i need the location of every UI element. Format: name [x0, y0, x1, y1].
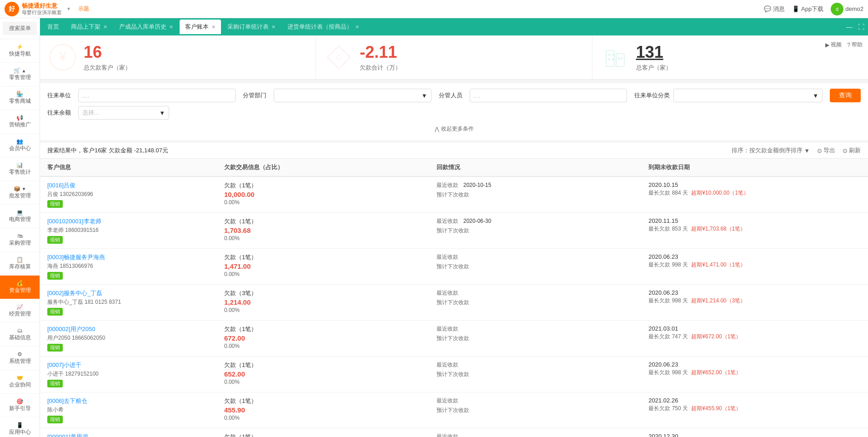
- filter-dept-select[interactable]: ▼: [274, 89, 431, 102]
- overdue-link[interactable]: 超期¥1,703.68（1笔）: [691, 226, 746, 232]
- debt-info-cell: 欠款（1笔） 1,703.68 0.00%: [224, 217, 437, 241]
- customer-tag: 现销: [47, 344, 63, 352]
- tab-customer-account-close[interactable]: ✕: [211, 24, 216, 30]
- user-avatar-area[interactable]: d demo2: [831, 3, 863, 15]
- debt-amount[interactable]: 1,214.00: [224, 298, 437, 306]
- overdue-link[interactable]: 超期¥10,000.00（1笔）: [691, 190, 749, 196]
- filter-balance: 往来余额 选择... ▼: [47, 106, 861, 120]
- customer-name-link[interactable]: [0002]服务中心_丁磊: [47, 289, 224, 297]
- svg-rect-9: [612, 54, 614, 56]
- repay-next-label: 预计下次收款: [437, 191, 649, 199]
- overdue-link[interactable]: 超期¥455.90（1笔）: [691, 405, 741, 412]
- results-debt-label2: 欠款金额: [109, 147, 132, 154]
- tab-home[interactable]: 首页: [42, 20, 65, 34]
- customer-name-link[interactable]: [0003]畅捷服务尹海燕: [47, 253, 224, 261]
- debt-amount[interactable]: 1,703.68: [224, 226, 437, 234]
- overdue-days: 最长欠款 747 天 超期¥672.00（1笔）: [648, 333, 861, 341]
- customer-name-link[interactable]: [0006]去下粮仓: [47, 397, 224, 405]
- sidebar-item-member[interactable]: 👥 会员中心: [0, 134, 40, 157]
- filter-customer-unit-input[interactable]: ...: [78, 89, 236, 102]
- customer-name-link[interactable]: [000002]用户2050: [47, 325, 224, 333]
- sidebar-item-purchase[interactable]: 🛍 采购管理: [0, 228, 40, 252]
- filter-unit-class-select[interactable]: ▼: [673, 89, 823, 102]
- app-download-btn[interactable]: 📱 App下载: [792, 5, 823, 13]
- sidebar-item-app-center[interactable]: 📱 应用中心: [0, 417, 40, 437]
- customer-info-cell: [0006]去下粮仓 陈小希 现销: [47, 397, 224, 423]
- sidebar-item-retail-mall[interactable]: 🏪 零售商城: [0, 86, 40, 110]
- filter-balance-select[interactable]: 选择... ▼: [78, 106, 169, 120]
- sidebar-search-btn[interactable]: 搜索菜单: [3, 22, 37, 35]
- sidebar-item-inventory[interactable]: 📋 库存核算: [0, 252, 40, 276]
- overdue-cell: 2021.03.01 最长欠款 747 天 超期¥672.00（1笔）: [648, 325, 861, 341]
- sort-select[interactable]: 排序：按欠款金额倒序排序 ▼: [732, 146, 810, 155]
- video-btn[interactable]: ▶ 视频: [825, 41, 842, 49]
- tab-stock-stats-close[interactable]: ✕: [355, 24, 359, 30]
- sidebar-item-batch-mgmt[interactable]: 📦 ▼ 批发管理: [0, 181, 40, 205]
- debt-amount[interactable]: 10,000.00: [224, 191, 437, 198]
- sidebar-label-finance: 资金管理: [2, 286, 38, 294]
- app-title: 畅捷通好生意: [22, 2, 62, 10]
- filter-person-input[interactable]: ...: [470, 89, 627, 102]
- sidebar-item-retail-mgmt[interactable]: 🛒 ▲ 零售管理: [0, 63, 40, 86]
- debt-amount[interactable]: 652.00: [224, 370, 437, 378]
- customer-name-link[interactable]: [0001020001]李老师: [47, 217, 224, 226]
- message-btn[interactable]: 💬 消息: [764, 5, 785, 13]
- overdue-link[interactable]: 超期¥672.00（1笔）: [691, 333, 741, 340]
- phone-icon: 📱: [792, 5, 799, 12]
- svg-text:◇: ◇: [336, 52, 342, 61]
- sidebar-item-newbie[interactable]: 🎯 新手引导: [0, 394, 40, 417]
- debt-amount[interactable]: 1,471.00: [224, 262, 437, 270]
- overdue-date: 2020.10.15: [648, 181, 861, 188]
- sidebar-item-ecommerce[interactable]: 💻 电商管理: [0, 205, 40, 228]
- repay-next-label: 预计下次收款: [437, 407, 649, 414]
- export-btn[interactable]: ⊙ 导出: [817, 146, 835, 155]
- sidebar-item-basic[interactable]: 🗂 基础信息: [0, 323, 40, 347]
- stat-card-total-customers: 131 总客户（家） ▶ 视频 ? 帮助: [592, 35, 868, 79]
- sidebar-item-system[interactable]: ⚙ 系统管理: [0, 347, 40, 370]
- sidebar-item-quick-nav[interactable]: ⚡ 快捷导航: [0, 39, 40, 63]
- filter-unit-class: 往来单位分类 ▼: [634, 89, 823, 102]
- customer-name-link[interactable]: [000001]黄思源: [47, 433, 224, 437]
- debt-count: 欠款（1笔）: [224, 325, 437, 333]
- collapse-more-btn[interactable]: ⋀ 收起更多条件: [47, 123, 861, 135]
- overdue-link[interactable]: 超期¥1,214.00（3笔）: [691, 297, 746, 304]
- company-dropdown-icon[interactable]: ▼: [66, 6, 71, 11]
- tab-product-listing[interactable]: 商品上下架 ✕: [65, 20, 113, 34]
- tab-finished-product[interactable]: 产成品入库单历史 ✕: [114, 20, 179, 34]
- sidebar-item-retail-stats[interactable]: 📊 零售统计: [0, 157, 40, 181]
- tab-purchase-stats[interactable]: 采购订单统计表 ✕: [222, 20, 281, 34]
- tab-purchase-stats-close[interactable]: ✕: [271, 24, 276, 30]
- svg-text:d: d: [836, 6, 838, 12]
- sidebar-item-marketing[interactable]: 📢 营销推广: [0, 110, 40, 134]
- debt-amount[interactable]: 455.90: [224, 406, 437, 414]
- tab-minimize-btn[interactable]: —: [844, 22, 854, 31]
- customer-tag: 现销: [47, 380, 63, 387]
- sidebar-item-business[interactable]: 📈 经营管理: [0, 299, 40, 323]
- customer-name-link[interactable]: [0016]吕俊: [47, 181, 224, 190]
- customer-name-link[interactable]: [0007]小进干: [47, 361, 224, 369]
- debt-count: 欠款（1笔）: [224, 253, 437, 261]
- sidebar-item-finance[interactable]: 💰 资金管理: [0, 276, 40, 299]
- repayment-cell: 最近收款 预计下次收款: [437, 289, 649, 306]
- sidebar-label-purchase: 采购管理: [2, 239, 38, 247]
- overdue-days: 最长欠款 998 天 超期¥1,214.00（3笔）: [648, 297, 861, 305]
- overdue-date: 2021.02.26: [648, 397, 861, 404]
- overdue-link[interactable]: 超期¥1,471.00（1笔）: [691, 261, 746, 268]
- sidebar-item-enterprise[interactable]: 🤝 企业协同: [0, 370, 40, 394]
- overdue-cell: 2020.10.15 最长欠款 884 天 超期¥10,000.00（1笔）: [648, 181, 861, 197]
- help-btn[interactable]: ? 帮助: [847, 41, 863, 49]
- overdue-link[interactable]: 超期¥652.00（1笔）: [691, 369, 741, 376]
- tab-maximize-btn[interactable]: ⛶: [856, 22, 866, 31]
- tab-finished-product-close[interactable]: ✕: [169, 24, 173, 30]
- tab-product-listing-close[interactable]: ✕: [103, 24, 107, 30]
- customer-tag: 现销: [47, 272, 63, 280]
- search-button[interactable]: 查询: [830, 89, 861, 102]
- repayment-cell: 最近收款 预计下次收款: [437, 433, 649, 437]
- tab-stock-stats[interactable]: 进货单统计表（按商品） ✕: [282, 20, 365, 34]
- svg-rect-10: [608, 58, 610, 60]
- tab-customer-account[interactable]: 客户账本 ✕: [180, 20, 221, 34]
- col-header-repayment: 回款情况: [437, 163, 649, 171]
- debt-amount[interactable]: 672.00: [224, 334, 437, 342]
- refresh-btn[interactable]: ⊙ 刷新: [843, 146, 861, 155]
- demo-tag[interactable]: 示题: [78, 5, 89, 13]
